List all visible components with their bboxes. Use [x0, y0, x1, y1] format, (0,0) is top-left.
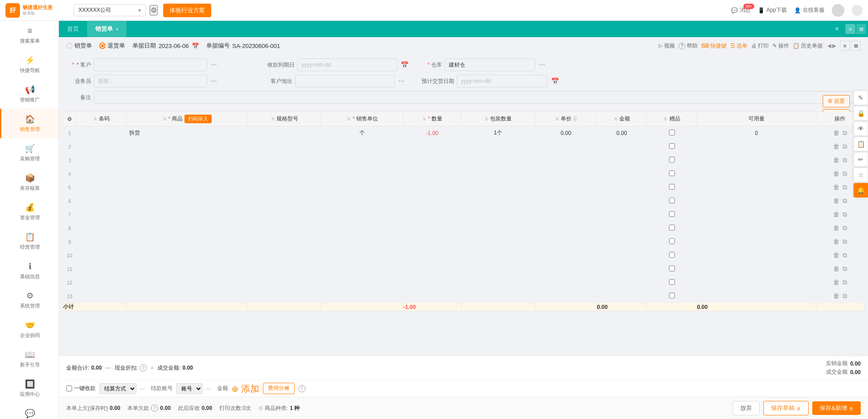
history-action[interactable]: 📋 历史单据 [793, 42, 823, 50]
cell-amount-6[interactable] [597, 208, 647, 222]
copy-row-btn-0[interactable]: ⧉ [842, 129, 848, 137]
cell-amount-2[interactable] [597, 154, 647, 167]
cell-gift-0[interactable] [647, 126, 697, 140]
cell-spec-9[interactable] [247, 249, 321, 262]
cell-barcode-0[interactable] [77, 126, 126, 140]
grid-icon-btn[interactable]: ⊞ [851, 41, 861, 51]
payment-date-input[interactable]: yyyy-mm-dd [297, 58, 397, 71]
cell-pack-qty-1[interactable] [461, 140, 535, 154]
cell-quantity-11[interactable] [403, 276, 461, 289]
delete-row-btn-9[interactable]: 🗑 [832, 251, 840, 259]
copy-row-btn-10[interactable]: ⧉ [842, 265, 848, 273]
shortcut-action[interactable]: ⌨ 快捷键 [701, 42, 727, 50]
cell-quantity-10[interactable] [403, 262, 461, 276]
cell-amount-5[interactable] [597, 194, 647, 208]
nav-close-btn[interactable]: × [829, 25, 844, 33]
cell-sales-unit-11[interactable] [321, 276, 403, 289]
cell-barcode-10[interactable] [77, 262, 126, 276]
radio-sales-order[interactable]: 销货单 [66, 42, 92, 50]
cell-amount-7[interactable] [597, 222, 647, 235]
radio-return-order[interactable]: 退货单 [99, 42, 125, 50]
list-icon-btn[interactable]: ≡ [840, 41, 850, 51]
cell-barcode-7[interactable] [77, 222, 126, 235]
cell-pack-qty-11[interactable] [461, 276, 535, 289]
cell-unit-price-7[interactable] [535, 222, 596, 235]
cell-unit-price-6[interactable] [535, 208, 596, 222]
cell-gift-4[interactable] [647, 181, 697, 194]
tab-grid-view-btn[interactable]: ⊞ [856, 24, 866, 34]
cell-quantity-1[interactable] [403, 140, 461, 154]
gift-checkbox-0[interactable] [669, 130, 675, 135]
delete-row-btn-11[interactable]: 🗑 [832, 279, 840, 286]
rfb-pencil[interactable]: ✏ [853, 152, 868, 167]
cell-quantity-2[interactable] [403, 154, 461, 167]
sidebar-item-finance[interactable]: 💰 资金管理 [0, 197, 58, 226]
rfb-star[interactable]: ☆ [853, 168, 868, 182]
cell-pack-qty-12[interactable] [461, 289, 535, 303]
cell-gift-7[interactable] [647, 222, 697, 235]
cell-gift-8[interactable] [647, 235, 697, 249]
cell-sales-unit-5[interactable] [321, 194, 403, 208]
cell-unit-price-8[interactable] [535, 235, 596, 249]
cell-spec-11[interactable] [247, 276, 321, 289]
cell-unit-price-2[interactable] [535, 154, 596, 167]
sidebar-item-wecom[interactable]: 💬 企业微信 [0, 403, 58, 419]
cell-product-4[interactable] [126, 181, 247, 194]
scan-barcode-btn[interactable]: 扫码录入 [184, 115, 212, 123]
rfb-eye[interactable]: 👁 [853, 121, 868, 136]
print-action[interactable]: 🖨 打印 [751, 42, 769, 50]
cell-product-2[interactable] [126, 154, 247, 167]
cell-gift-10[interactable] [647, 262, 697, 276]
cell-gift-3[interactable] [647, 167, 697, 181]
delete-row-btn-4[interactable]: 🗑 [832, 183, 840, 191]
cell-unit-price-0[interactable]: 0.00 [535, 126, 596, 140]
cell-sales-unit-10[interactable] [321, 262, 403, 276]
cell-unit-price-9[interactable] [535, 249, 596, 262]
copy-row-btn-12[interactable]: ⧉ [842, 292, 848, 300]
tab-list-view-btn[interactable]: ≡ [845, 24, 855, 34]
tab-sales-order-close[interactable]: × [116, 26, 118, 32]
tab-home[interactable]: 首页 [59, 21, 87, 37]
table-container[interactable]: ⚙ ⇅ 条码 ⇅ * 商品 扫码录入 ⇅ [59, 111, 868, 356]
sidebar-item-quick-nav[interactable]: ⚡ 快捷导航 [0, 50, 58, 79]
settlement-method-select[interactable]: 结算方式 [99, 383, 136, 394]
sidebar-item-purchase[interactable]: 🛒 采购管理 [0, 138, 58, 168]
total-owe-info[interactable]: ? [151, 405, 158, 412]
copy-row-btn-5[interactable]: ⧉ [842, 197, 848, 205]
app-download-btn[interactable]: 📱 App下载 [758, 6, 787, 14]
cell-gift-9[interactable] [647, 249, 697, 262]
sidebar-item-inventory[interactable]: 📦 库存核算 [0, 168, 58, 197]
sidebar-item-marketing[interactable]: 📢 营销推广 [0, 79, 58, 109]
cell-spec-12[interactable] [247, 289, 321, 303]
copy-row-btn-8[interactable]: ⧉ [842, 238, 848, 246]
sidebar-item-system[interactable]: ⚙ 系统管理 [0, 285, 58, 315]
cell-pack-qty-5[interactable] [461, 194, 535, 208]
cell-sales-unit-9[interactable] [321, 249, 403, 262]
rfb-clipboard[interactable]: 📋 [853, 137, 868, 151]
cell-amount-11[interactable] [597, 276, 647, 289]
cell-pack-qty-10[interactable] [461, 262, 535, 276]
nav-next-btn[interactable]: ▶ [832, 43, 836, 49]
cell-barcode-1[interactable] [77, 140, 126, 154]
warehouse-input[interactable]: 建材仓 [445, 58, 535, 71]
cell-quantity-4[interactable] [403, 181, 461, 194]
cell-amount-12[interactable] [597, 289, 647, 303]
fee-split-btn[interactable]: 费用分摊 [263, 383, 295, 394]
cell-spec-1[interactable] [247, 140, 321, 154]
warehouse-dots[interactable]: ··· [539, 61, 545, 69]
copy-row-btn-4[interactable]: ⧉ [842, 183, 848, 191]
cell-unit-price-10[interactable] [535, 262, 596, 276]
cell-product-7[interactable] [126, 222, 247, 235]
sidebar-item-base-info[interactable]: ℹ 基础信息 [0, 256, 58, 285]
online-service-btn[interactable]: 👤 在线客服 [794, 6, 824, 14]
cell-unit-price-3[interactable] [535, 167, 596, 181]
cell-gift-12[interactable] [647, 289, 697, 303]
cell-quantity-6[interactable] [403, 208, 461, 222]
cell-pack-qty-8[interactable] [461, 235, 535, 249]
cell-amount-9[interactable] [597, 249, 647, 262]
cell-barcode-6[interactable] [77, 208, 126, 222]
gift-checkbox-10[interactable] [669, 265, 675, 271]
remark-input[interactable] [94, 91, 861, 104]
cell-barcode-11[interactable] [77, 276, 126, 289]
save-draft-btn[interactable]: 保存草稿 ∧ [763, 401, 809, 415]
